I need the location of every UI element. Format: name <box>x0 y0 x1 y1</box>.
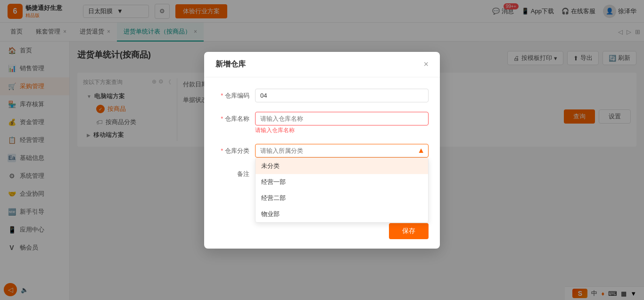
category-dropdown: 未分类 经营一部 经营二部 物业部 <box>255 158 429 223</box>
dropdown-item-property[interactable]: 物业部 <box>256 206 428 222</box>
name-error-tip: 请输入仓库名称 <box>255 126 429 134</box>
dropdown-item-dept1[interactable]: 经营一部 <box>256 174 428 190</box>
modal-header: 新增仓库 × <box>204 52 440 77</box>
save-button[interactable]: 保存 <box>389 223 429 239</box>
modal-overlay[interactable]: 新增仓库 × 仓库编码 仓库名称 请输入仓库名称 仓库分类 <box>0 0 644 300</box>
code-input[interactable] <box>255 89 429 102</box>
code-field <box>255 89 429 102</box>
form-row-name: 仓库名称 请输入仓库名称 <box>215 112 429 134</box>
code-label: 仓库编码 <box>215 89 249 100</box>
category-field: ▲ 未分类 经营一部 经营二部 物业部 <box>255 144 429 158</box>
modal-title: 新增仓库 <box>215 59 246 69</box>
name-label: 仓库名称 <box>215 112 249 123</box>
name-field: 请输入仓库名称 <box>255 112 429 134</box>
dropdown-item-unclassified[interactable]: 未分类 <box>256 158 428 174</box>
category-input-wrapper: ▲ <box>255 144 429 158</box>
form-row-category: 仓库分类 ▲ 未分类 经营一部 经营二部 物业部 <box>215 144 429 158</box>
modal-body: 仓库编码 仓库名称 请输入仓库名称 仓库分类 ▲ <box>204 77 440 217</box>
modal-new-warehouse: 新增仓库 × 仓库编码 仓库名称 请输入仓库名称 仓库分类 <box>204 52 440 249</box>
modal-close-button[interactable]: × <box>423 59 429 69</box>
form-row-code: 仓库编码 <box>215 89 429 102</box>
name-input[interactable] <box>255 112 429 125</box>
category-label: 仓库分类 <box>215 144 249 155</box>
dropdown-item-dept2[interactable]: 经营二部 <box>256 190 428 206</box>
note-label: 备注 <box>215 167 249 178</box>
category-input[interactable] <box>255 144 429 158</box>
category-toggle-icon[interactable]: ▲ <box>417 146 425 155</box>
